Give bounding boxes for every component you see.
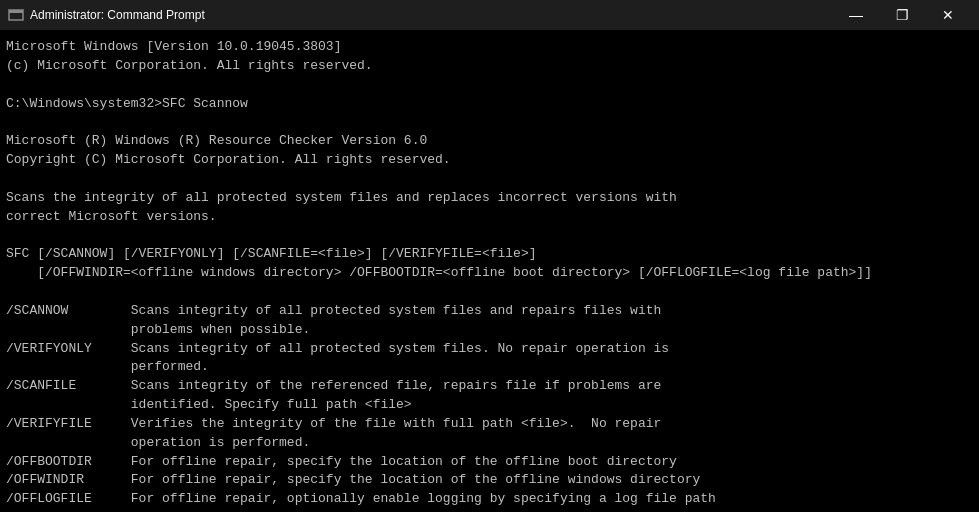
close-button[interactable]: ✕ (925, 0, 971, 30)
minimize-button[interactable]: — (833, 0, 879, 30)
title-bar-text: Administrator: Command Prompt (30, 8, 833, 22)
console-window[interactable]: Microsoft Windows [Version 10.0.19045.38… (0, 30, 979, 512)
title-bar: Administrator: Command Prompt — ❐ ✕ (0, 0, 979, 30)
svg-rect-1 (9, 10, 23, 13)
maximize-button[interactable]: ❐ (879, 0, 925, 30)
title-bar-buttons: — ❐ ✕ (833, 0, 971, 30)
title-bar-icon (8, 7, 24, 23)
